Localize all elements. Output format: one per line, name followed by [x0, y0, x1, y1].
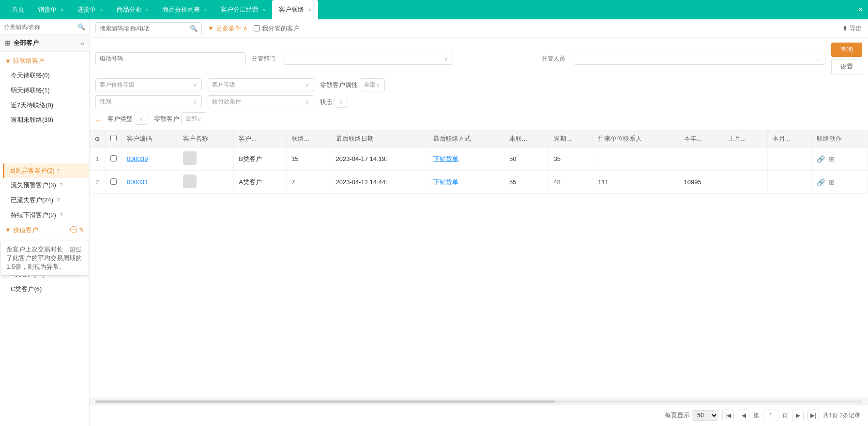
- grid-action-icon-2[interactable]: ⊞: [829, 178, 835, 186]
- phone-field[interactable]: 电话号码: [95, 52, 246, 65]
- scroll-thumb[interactable]: [95, 400, 555, 403]
- gender-select[interactable]: 性别 ∨: [95, 95, 202, 108]
- scroll-track: [95, 400, 862, 403]
- customer-type-field: 客户类型 ∨: [107, 113, 148, 125]
- edit-icon[interactable]: ✎: [79, 226, 84, 234]
- row-current-year-1: [679, 147, 723, 171]
- next-page-button[interactable]: ▶: [792, 410, 804, 421]
- close-purchase-order-icon[interactable]: ×: [100, 0, 103, 19]
- person-field[interactable]: ···: [574, 53, 825, 65]
- ellipsis-button[interactable]: ...: [95, 115, 102, 123]
- row-checkbox-2: [106, 171, 122, 194]
- customer-level-select[interactable]: 客户等级 ∨: [208, 78, 314, 91]
- row-checkbox-1: [106, 147, 122, 171]
- nav-purchase-order[interactable]: 进货单 ×: [70, 0, 109, 19]
- sidebar-item-overdue[interactable]: 逾期未联络(30): [0, 113, 89, 128]
- sidebar-item-abnormal-repurchase[interactable]: 回购异常客户(2) ?: [3, 163, 89, 178]
- nav-home[interactable]: 首页: [5, 0, 31, 19]
- sidebar-group-pending-contact[interactable]: ▼ 待联络客户: [0, 54, 89, 68]
- tooltip-box: 距客户上次交易时长，超过了此客户的平均交易周期的1.5倍，则视为异常。: [0, 241, 89, 276]
- nav-sales-order[interactable]: 销货单 ×: [31, 0, 70, 19]
- top-nav: 首页 销货单 × 进货单 × 商品分析 × 商品分析列表 × 客户分层经营 × …: [0, 0, 868, 19]
- row-select-checkbox-1[interactable]: [110, 155, 117, 162]
- sidebar-item-declining[interactable]: 持续下滑客户(2) ?: [0, 208, 89, 223]
- sidebar-item-tomorrow[interactable]: 明天待联络(1): [0, 83, 89, 98]
- search-input[interactable]: [100, 25, 190, 32]
- first-page-button[interactable]: |◀: [722, 410, 734, 421]
- close-product-analysis-icon[interactable]: ×: [146, 0, 149, 19]
- dept-field-group: 分管部门 ∨: [252, 53, 535, 65]
- dept-select[interactable]: ∨: [284, 53, 453, 65]
- dept-arrow-icon: ∨: [444, 55, 449, 62]
- row-code-1: 000039: [122, 147, 178, 171]
- sidebar-item-today[interactable]: 今天待联络(0): [0, 68, 89, 83]
- grid-action-icon-1[interactable]: ⊞: [829, 155, 835, 163]
- sidebar-value-customer-group[interactable]: ▼ 价值客户 ○ ✎: [0, 223, 89, 237]
- payment-select[interactable]: 收付款条件 ∨: [208, 95, 314, 108]
- sidebar-item-c-class[interactable]: C类客户(6): [0, 282, 89, 297]
- horizontal-scrollbar[interactable]: [90, 398, 868, 404]
- row-action-1: 🔗 ⊞: [812, 147, 868, 171]
- person-ellipsis-icon: ···: [816, 55, 821, 62]
- sidebar-item-7days[interactable]: 近7天待联络(0): [0, 98, 89, 113]
- col-name: 客户名称: [178, 131, 234, 147]
- query-button[interactable]: 查询: [831, 43, 862, 57]
- pagination-total: 共1页 2条记录: [823, 411, 860, 420]
- select-all-checkbox[interactable]: [110, 135, 117, 141]
- prev-page-button[interactable]: ◀: [738, 410, 749, 421]
- link-action-icon-1[interactable]: 🔗: [817, 155, 825, 163]
- nav-customer-contact[interactable]: 客户联络 ×: [272, 0, 318, 19]
- link-action-icon-2[interactable]: 🔗: [817, 178, 825, 186]
- page-label-end: 页: [782, 411, 788, 420]
- nav-customer-tier[interactable]: 客户分层经营 ×: [214, 0, 272, 19]
- export-button[interactable]: ⬆ 导出: [842, 24, 862, 33]
- col-checkbox: [106, 131, 122, 147]
- row-select-checkbox-2[interactable]: [110, 178, 117, 185]
- triangle-value-icon: ▼: [5, 226, 11, 234]
- sidebar-search-icon: 🔍: [77, 23, 85, 30]
- zero-customer-select[interactable]: 全部 ∨: [181, 112, 206, 125]
- setting-button[interactable]: 设置: [831, 59, 862, 74]
- customer-type-select[interactable]: ∨: [135, 113, 148, 125]
- action-buttons: 查询 设置: [831, 43, 862, 74]
- sidebar-search-bar: 🔍: [0, 19, 89, 35]
- sidebar-search-input[interactable]: [4, 24, 77, 30]
- page-label: 第: [753, 411, 759, 420]
- close-customer-tier-icon[interactable]: ×: [262, 0, 265, 19]
- help-icon-churned: ?: [57, 197, 60, 203]
- sidebar-item-churn-warning[interactable]: 流失预警客户(3) ?: [0, 178, 89, 193]
- row-contact-count-1: 15: [286, 147, 331, 171]
- row-num-2: 2: [90, 171, 106, 194]
- more-conditions-button[interactable]: ▼ 更多条件 ∧: [208, 24, 248, 33]
- sidebar-collapse-button[interactable]: »: [81, 40, 84, 47]
- status-arrow-icon: ∨: [339, 98, 344, 105]
- col-last-contact-date: 最后联络日期: [331, 131, 428, 147]
- status-field: 状态 ∨: [320, 96, 348, 108]
- close-sales-order-icon[interactable]: ×: [61, 0, 63, 19]
- per-page-selector: 每页显示 50 100 200: [665, 410, 718, 421]
- col-last-contact-way: 最后联络方式: [428, 131, 504, 147]
- col-contact-count: 联络...: [286, 131, 331, 147]
- price-level-select[interactable]: 客户价格等级 ∨: [95, 78, 202, 91]
- zero-customer-attr-field: 零散客户属性 全部 ∨: [320, 78, 385, 91]
- nav-product-analysis-list[interactable]: 商品分析列表 ×: [155, 0, 213, 19]
- col-current-year: 本年...: [679, 131, 723, 147]
- status-select[interactable]: ∨: [335, 96, 348, 108]
- pagination-bar: 每页显示 50 100 200 |◀ ◀ 第 页 ▶ ▶| 共1页 2条记录: [90, 404, 868, 426]
- window-close-button[interactable]: ×: [858, 5, 863, 15]
- my-customers-checkbox[interactable]: [254, 25, 260, 31]
- zero-customer-attr-select[interactable]: 全部 ∨: [360, 78, 385, 91]
- row-name-2: [178, 171, 234, 194]
- close-product-analysis-list-icon[interactable]: ×: [204, 0, 207, 19]
- data-table: ⚙ 客户编码 客户名称 客户...: [90, 131, 868, 398]
- close-customer-contact-icon[interactable]: ×: [308, 0, 311, 19]
- circle-icon[interactable]: ○: [70, 226, 77, 233]
- chevron-up-icon: ∧: [243, 25, 248, 32]
- last-page-button[interactable]: ▶|: [807, 410, 819, 421]
- zero-customer-field: 零散客户 全部 ∨: [154, 112, 206, 125]
- page-number-input[interactable]: [763, 410, 778, 421]
- col-overdue: 逾期...: [548, 131, 593, 147]
- nav-product-analysis[interactable]: 商品分析 ×: [110, 0, 155, 19]
- per-page-select[interactable]: 50 100 200: [692, 410, 718, 421]
- sidebar-item-churned[interactable]: 已流失客户(24) ?: [0, 193, 89, 208]
